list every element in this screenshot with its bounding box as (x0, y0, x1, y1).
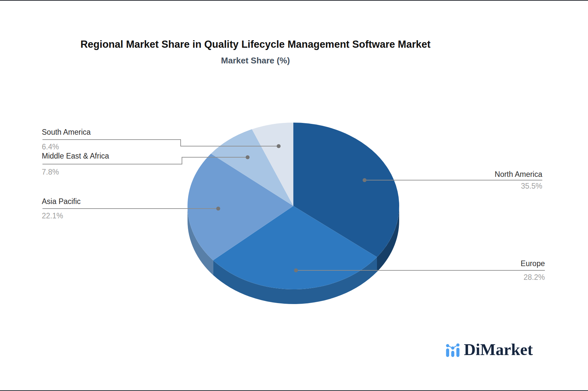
logo-bar-chart-icon (446, 343, 460, 357)
slice-value-north-america: 35.5% (521, 182, 542, 190)
leader-dot-north-america (363, 178, 367, 182)
slice-value-europe: 28.2% (524, 273, 545, 281)
slice-label-north-america: North America (495, 170, 542, 178)
slice-label-asia-pacific: Asia Pacific (42, 197, 81, 206)
pie-slices-layer (188, 123, 399, 304)
leader-dot-europe (294, 268, 298, 272)
slice-label-middle-east-africa: Middle East & Africa (42, 152, 109, 160)
logo-text: DiMarket (464, 341, 533, 358)
pie-chart-svg (0, 0, 588, 391)
slice-value-south-america: 6.4% (42, 143, 59, 151)
slice-label-europe: Europe (521, 259, 545, 268)
slice-value-asia-pacific: 22.1% (42, 212, 63, 220)
leader-dot-south-america (277, 144, 281, 148)
leader-dot-asia-pacific (216, 207, 220, 211)
leader-dot-middle-east-africa (246, 155, 250, 159)
slice-label-south-america: South America (42, 128, 91, 136)
brand-logo: DiMarket (446, 341, 533, 358)
slice-value-middle-east-africa: 7.8% (42, 168, 59, 176)
